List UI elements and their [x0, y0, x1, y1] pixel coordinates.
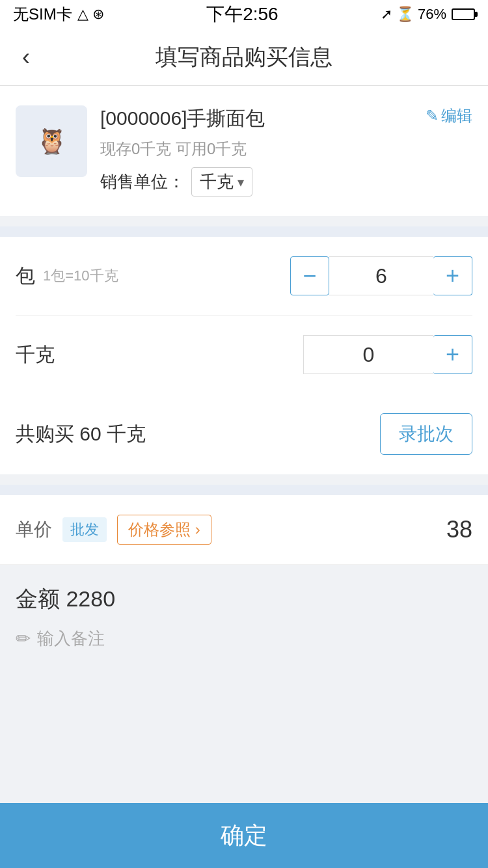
product-stock: 现存0千克 可用0千克	[100, 139, 472, 159]
kg-increment-button[interactable]: +	[433, 335, 472, 374]
carrier-label: 无SIM卡	[13, 4, 72, 25]
product-unit-row: 销售单位： 千克 ▾	[100, 167, 472, 197]
bao-row: 包 1包=10千克 − +	[16, 237, 472, 316]
price-reference-button[interactable]: 价格参照 ›	[117, 515, 211, 545]
time-label: 下午2:56	[206, 2, 278, 27]
edit-button[interactable]: ✎ 编辑	[426, 105, 472, 126]
status-right: ➚ ⏳ 76%	[381, 6, 475, 23]
confirm-bar[interactable]: 确定	[0, 803, 488, 868]
note-placeholder: 输入备注	[37, 627, 105, 650]
kg-qty-input[interactable]	[303, 335, 433, 374]
bao-hint: 1包=10千克	[43, 266, 118, 286]
battery-percent: 76%	[418, 6, 446, 23]
bao-label: 包 1包=10千克	[16, 263, 118, 290]
product-card: 🦉 [0000006]手撕面包 现存0千克 可用0千克 销售单位： 千克 ▾ ✎…	[0, 86, 488, 216]
product-logo: 🦉	[36, 127, 67, 156]
kg-label: 千克	[16, 342, 55, 368]
status-bar: 无SIM卡 △ ⊛ 下午2:56 ➚ ⏳ 76%	[0, 0, 488, 29]
edit-label: 编辑	[441, 105, 472, 126]
price-label: 单价	[16, 517, 52, 542]
bao-decrement-button[interactable]: −	[290, 256, 329, 295]
amount-label: 金额	[16, 586, 60, 611]
unit-selector[interactable]: 千克 ▾	[191, 167, 252, 197]
kg-row: 千克 +	[16, 316, 472, 394]
unit-value: 千克	[200, 170, 234, 193]
price-section: 单价 批发 价格参照 › 38	[0, 495, 488, 565]
product-info: [0000006]手撕面包 现存0千克 可用0千克 销售单位： 千克 ▾	[100, 105, 472, 197]
edit-note-icon: ✏	[16, 628, 31, 649]
edit-icon: ✎	[426, 107, 439, 125]
note-row[interactable]: ✏ 输入备注	[16, 627, 472, 650]
battery-icon	[452, 8, 475, 20]
bao-increment-button[interactable]: +	[433, 256, 472, 295]
status-left: 无SIM卡 △ ⊛	[13, 4, 104, 25]
record-batch-button[interactable]: 录批次	[380, 413, 472, 455]
location-icon: ➚	[381, 6, 392, 23]
product-name: [0000006]手撕面包	[100, 105, 472, 132]
section-divider-2	[0, 485, 488, 495]
alarm-icon: ⏳	[396, 6, 414, 23]
kg-qty-control: +	[303, 335, 472, 374]
bao-qty-control: − +	[290, 256, 472, 295]
price-value: 38	[446, 516, 472, 543]
page-title: 填写商品购买信息	[156, 42, 332, 72]
unit-label: 销售单位：	[100, 170, 185, 193]
nav-bar: ‹ 填写商品购买信息	[0, 29, 488, 86]
price-badge: 批发	[62, 517, 107, 542]
form-section: 包 1包=10千克 − + 千克 +	[0, 237, 488, 394]
bao-qty-input[interactable]	[329, 256, 433, 295]
summary-section: 共购买 60 千克 录批次	[0, 394, 488, 474]
amount-row: 金额 2280	[16, 584, 472, 614]
amount-section: 金额 2280 ✏ 输入备注	[0, 565, 488, 663]
chevron-down-icon: ▾	[237, 174, 244, 190]
product-thumbnail: 🦉	[16, 105, 87, 177]
confirm-label: 确定	[221, 820, 267, 852]
wifi-icon: △ ⊛	[77, 6, 104, 23]
summary-text: 共购买 60 千克	[16, 421, 146, 448]
back-button[interactable]: ‹	[16, 37, 36, 77]
amount-number: 2280	[66, 586, 115, 611]
section-divider	[0, 226, 488, 237]
